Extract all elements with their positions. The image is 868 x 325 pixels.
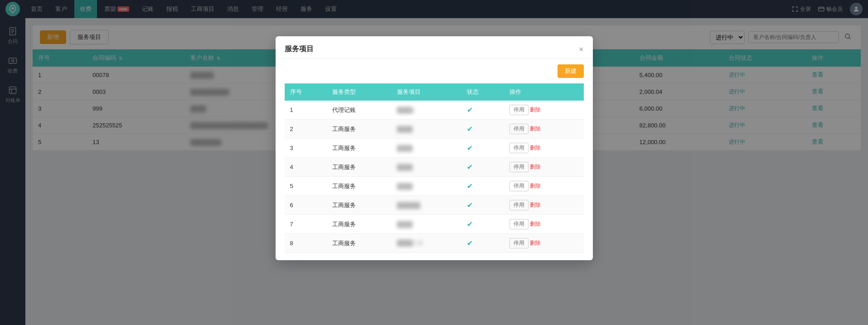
list-item: 7 工商服务 ████ ✔ 停用 删除	[285, 215, 584, 234]
delete-button[interactable]: 删除	[530, 201, 541, 209]
modal-cell-ops: 停用 删除	[504, 215, 584, 234]
modal-cell-status: ✔	[461, 158, 504, 177]
stop-button[interactable]: 停用	[509, 238, 529, 248]
modal-cell-item: ████	[392, 177, 461, 196]
modal-new-button[interactable]: 新建	[558, 64, 584, 78]
list-item: 3 工商服务 ████ ✔ 停用 删除	[285, 139, 584, 158]
modal-cell-type: 工商服务	[327, 177, 392, 196]
modal-cell-item: ████	[392, 215, 461, 234]
stop-button[interactable]: 停用	[509, 219, 529, 229]
modal-cell-ops: 停用 删除	[504, 120, 584, 139]
status-check-icon: ✔	[467, 144, 473, 152]
modal-cell-status: ✔	[461, 177, 504, 196]
delete-button[interactable]: 删除	[530, 106, 541, 114]
modal-cell-ops: 停用 删除	[504, 196, 584, 215]
stop-button[interactable]: 停用	[509, 200, 529, 210]
stop-button[interactable]: 停用	[509, 162, 529, 172]
modal-title: 服务项目	[285, 44, 314, 54]
status-check-icon: ✔	[467, 182, 473, 190]
modal-col-seq: 序号	[285, 83, 327, 101]
modal-cell-type: 工商服务	[327, 234, 392, 253]
modal-cell-ops: 停用 删除	[504, 158, 584, 177]
modal-cell-item: ████1	[392, 101, 461, 120]
modal-col-ops: 操作	[504, 83, 584, 101]
modal-cell-item: ████	[392, 120, 461, 139]
status-check-icon: ✔	[467, 106, 473, 114]
modal-cell-type: 代理记账	[327, 101, 392, 120]
modal-cell-item: ████	[392, 139, 461, 158]
service-items-table: 序号 服务类型 服务项目 状态 操作 1 代理记账 ████1 ✔ 停用 删除 …	[285, 83, 584, 253]
modal-cell-seq: 6	[285, 196, 327, 215]
list-item: 4 工商服务 ████ ✔ 停用 删除	[285, 158, 584, 177]
modal-cell-ops: 停用 删除	[504, 139, 584, 158]
modal-col-type: 服务类型	[327, 83, 392, 101]
modal-cell-seq: 5	[285, 177, 327, 196]
modal-cell-item: ████	[392, 158, 461, 177]
delete-button[interactable]: 删除	[530, 182, 541, 190]
status-check-icon: ✔	[467, 125, 473, 133]
modal-cell-seq: 8	[285, 234, 327, 253]
modal-cell-status: ✔	[461, 196, 504, 215]
modal-overlay: 服务项目 × 新建 序号 服务类型 服务项目 状态 操作 1 代理记账	[0, 0, 868, 325]
delete-button[interactable]: 删除	[530, 220, 541, 228]
stop-button[interactable]: 停用	[509, 124, 529, 134]
list-item: 8 工商服务 ████注册 ✔ 停用 删除	[285, 234, 584, 253]
stop-button[interactable]: 停用	[509, 105, 529, 115]
delete-button[interactable]: 删除	[530, 125, 541, 133]
modal-cell-ops: 停用 删除	[504, 101, 584, 120]
modal-cell-status: ✔	[461, 101, 504, 120]
list-item: 6 工商服务 ██████ ✔ 停用 删除	[285, 196, 584, 215]
modal-toolbar: 新建	[276, 59, 593, 83]
modal-body: 序号 服务类型 服务项目 状态 操作 1 代理记账 ████1 ✔ 停用 删除 …	[276, 83, 593, 260]
delete-button[interactable]: 删除	[530, 239, 541, 247]
status-check-icon: ✔	[467, 201, 473, 209]
modal-cell-type: 工商服务	[327, 120, 392, 139]
status-check-icon: ✔	[467, 220, 473, 228]
list-item: 2 工商服务 ████ ✔ 停用 删除	[285, 120, 584, 139]
modal-header: 服务项目 ×	[276, 36, 593, 59]
list-item: 5 工商服务 ████ ✔ 停用 删除	[285, 177, 584, 196]
modal-cell-status: ✔	[461, 234, 504, 253]
modal-cell-seq: 7	[285, 215, 327, 234]
modal-cell-ops: 停用 删除	[504, 177, 584, 196]
modal-cell-seq: 3	[285, 139, 327, 158]
status-check-icon: ✔	[467, 239, 473, 247]
modal-cell-type: 工商服务	[327, 196, 392, 215]
modal-cell-status: ✔	[461, 215, 504, 234]
modal-col-status: 状态	[461, 83, 504, 101]
modal-col-item: 服务项目	[392, 83, 461, 101]
modal-cell-type: 工商服务	[327, 158, 392, 177]
delete-button[interactable]: 删除	[530, 163, 541, 171]
stop-button[interactable]: 停用	[509, 143, 529, 153]
modal-cell-type: 工商服务	[327, 215, 392, 234]
modal-cell-seq: 2	[285, 120, 327, 139]
modal-cell-ops: 停用 删除	[504, 234, 584, 253]
modal-close-button[interactable]: ×	[579, 45, 584, 53]
status-check-icon: ✔	[467, 163, 473, 171]
stop-button[interactable]: 停用	[509, 181, 529, 191]
list-item: 1 代理记账 ████1 ✔ 停用 删除	[285, 101, 584, 120]
modal-cell-item: ████注册	[392, 234, 461, 253]
modal-cell-item: ██████	[392, 196, 461, 215]
modal-cell-type: 工商服务	[327, 139, 392, 158]
modal-cell-seq: 1	[285, 101, 327, 120]
modal-cell-status: ✔	[461, 120, 504, 139]
service-items-modal: 服务项目 × 新建 序号 服务类型 服务项目 状态 操作 1 代理记账	[276, 36, 593, 260]
modal-cell-status: ✔	[461, 139, 504, 158]
modal-cell-seq: 4	[285, 158, 327, 177]
delete-button[interactable]: 删除	[530, 144, 541, 152]
